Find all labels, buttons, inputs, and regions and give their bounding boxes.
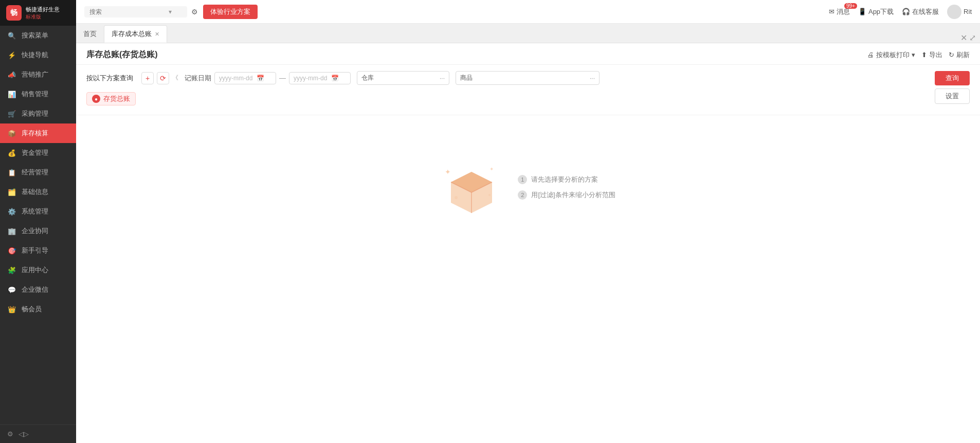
- empty-state-content: ✦ ✦ 1 请先选择要分析的方案 2 用[过滤]条件来缩小分析范围: [441, 156, 615, 218]
- sidebar-label-inventory: 库存核算: [22, 129, 48, 138]
- audio-icon[interactable]: ◁▷: [19, 430, 29, 438]
- sidebar-item-sales[interactable]: 📊 销售管理: [0, 84, 76, 104]
- goods-select[interactable]: 商品 ···: [456, 71, 600, 85]
- filter-row: 按以下方案查询 + ⟳ 《 记账日期 yyyy-mm-dd 📅 — yyyy-m…: [86, 71, 970, 85]
- sidebar-item-system[interactable]: ⚙️ 系统管理: [0, 202, 76, 221]
- sidebar-item-search[interactable]: 🔍 搜索菜单: [0, 26, 76, 45]
- home-tab-label: 首页: [83, 29, 97, 39]
- sidebar-item-member[interactable]: 👑 畅会员: [0, 299, 76, 319]
- svg-text:✦: ✦: [445, 168, 451, 176]
- resize-panel-btn[interactable]: ⤢: [969, 33, 976, 43]
- sidebar-label-search: 搜索菜单: [22, 31, 48, 40]
- date-label: 记账日期: [185, 74, 211, 83]
- sidebar-item-marketing[interactable]: 📣 营销推广: [0, 65, 76, 84]
- tip-text-1: 请先选择要分析的方案: [531, 175, 598, 184]
- topbar-left: ▾ ⚙ 体验行业方案: [84, 5, 829, 19]
- svg-text:✦: ✦: [489, 166, 494, 172]
- topbar: ▾ ⚙ 体验行业方案 ✉ 消息 99+ 📱 App下载 🎧 在线客服 Rit: [76, 0, 980, 24]
- sidebar: 畅 畅捷通好生意 标准版 🔍 搜索菜单 ⚡ 快捷导航 📣 营销推广 📊 销售管理…: [0, 0, 76, 443]
- sidebar-item-wechat[interactable]: 💬 企业微信: [0, 280, 76, 299]
- username: Rit: [964, 8, 972, 15]
- sidebar-item-shortcut[interactable]: ⚡ 快捷导航: [0, 45, 76, 65]
- goods-label: 商品: [460, 74, 473, 82]
- warehouse-more-icon[interactable]: ···: [440, 75, 445, 82]
- sidebar-label-purchase: 采购管理: [22, 109, 48, 118]
- page-header-actions: 🖨 按模板打印 ▾ ⬆ 导出 ↻ 刷新: [867, 50, 970, 60]
- filter-label: 按以下方案查询: [86, 74, 133, 83]
- sidebar-icon-member: 👑: [7, 305, 16, 314]
- filter-add-btn[interactable]: +: [141, 72, 154, 84]
- sidebar-item-operation[interactable]: 📋 经营管理: [0, 163, 76, 182]
- sidebar-item-purchase[interactable]: 🛒 采购管理: [0, 104, 76, 123]
- sidebar-icon-finance: 💰: [7, 148, 16, 157]
- sidebar-icon-sales: 📊: [7, 90, 16, 99]
- close-panel-btn[interactable]: ✕: [960, 33, 967, 43]
- topbar-gear-icon[interactable]: ⚙: [191, 8, 198, 16]
- print-template-btn[interactable]: 🖨 按模板打印 ▾: [867, 50, 915, 60]
- sidebar-footer: ⚙ ◁▷: [0, 424, 76, 443]
- goods-more-icon[interactable]: ···: [590, 75, 595, 82]
- filter-collapse-btn[interactable]: 《: [172, 74, 178, 82]
- user-avatar-btn[interactable]: Rit: [947, 5, 972, 19]
- sidebar-icon-purchase: 🛒: [7, 109, 16, 118]
- sidebar-label-marketing: 营销推广: [22, 70, 48, 79]
- tab-close-icon[interactable]: ✕: [155, 31, 159, 38]
- sidebar-icon-marketing: 📣: [7, 70, 16, 79]
- industry-btn[interactable]: 体验行业方案: [203, 5, 258, 19]
- tab-inventory-cost[interactable]: 库存成本总账 ✕: [104, 25, 167, 43]
- refresh-btn[interactable]: ↻ 刷新: [949, 50, 970, 60]
- sidebar-icon-system: ⚙️: [7, 207, 16, 216]
- filter-refresh-btn[interactable]: ⟳: [157, 72, 169, 84]
- tip-num-2: 2: [518, 190, 527, 200]
- search-box[interactable]: ▾: [84, 6, 187, 17]
- sidebar-label-wechat: 企业微信: [22, 285, 48, 294]
- inventory-cost-tab-label: 库存成本总账: [112, 29, 152, 39]
- topbar-right: ✉ 消息 99+ 📱 App下载 🎧 在线客服 Rit: [829, 5, 972, 19]
- app-download-btn[interactable]: 📱 App下载: [858, 7, 894, 16]
- logo-text: 畅捷通好生意 标准版: [26, 6, 60, 20]
- sidebar-item-basic[interactable]: 🗂️ 基础信息: [0, 182, 76, 202]
- date-end-input[interactable]: yyyy-mm-dd 📅: [289, 72, 351, 84]
- date-end-calendar-icon[interactable]: 📅: [331, 75, 339, 82]
- date-start-calendar-icon[interactable]: 📅: [257, 75, 264, 82]
- sidebar-label-basic: 基础信息: [22, 187, 48, 197]
- online-service-btn[interactable]: 🎧 在线客服: [902, 7, 939, 16]
- sidebar-icon-inventory: 📦: [7, 129, 16, 138]
- filter-actions: + ⟳ 《: [141, 72, 178, 84]
- message-btn[interactable]: ✉ 消息 99+: [829, 7, 850, 16]
- sidebar-menu: 🔍 搜索菜单 ⚡ 快捷导航 📣 营销推广 📊 销售管理 🛒 采购管理 📦 库存核…: [0, 26, 76, 424]
- scheme-tag[interactable]: ● 存货总账: [86, 92, 136, 105]
- print-icon: 🖨: [867, 51, 874, 59]
- tab-home[interactable]: 首页: [76, 25, 104, 43]
- sidebar-item-apps[interactable]: 🧩 应用中心: [0, 260, 76, 280]
- logo-icon: 畅: [6, 5, 22, 21]
- search-input[interactable]: [89, 8, 167, 15]
- empty-illustration: ✦ ✦: [441, 156, 502, 218]
- sidebar-item-enterprise[interactable]: 🏢 企业协同: [0, 221, 76, 241]
- warehouse-label: 仓库: [361, 74, 374, 82]
- sidebar-item-finance[interactable]: 💰 资金管理: [0, 143, 76, 163]
- sidebar-label-enterprise: 企业协同: [22, 226, 48, 236]
- settings-icon[interactable]: ⚙: [7, 430, 13, 438]
- tip-num-1: 1: [518, 175, 527, 184]
- sidebar-label-shortcut: 快捷导航: [22, 50, 48, 60]
- filter-area: 按以下方案查询 + ⟳ 《 记账日期 yyyy-mm-dd 📅 — yyyy-m…: [76, 65, 980, 115]
- date-start-input[interactable]: yyyy-mm-dd 📅: [214, 72, 276, 84]
- export-btn[interactable]: ⬆ 导出: [921, 50, 942, 60]
- search-dropdown-icon[interactable]: ▾: [169, 8, 172, 15]
- page-title: 库存总账(存货总账): [86, 49, 158, 60]
- sidebar-item-inventory[interactable]: 📦 库存核算: [0, 123, 76, 143]
- sidebar-icon-search: 🔍: [7, 31, 16, 40]
- settings-btn[interactable]: 设置: [935, 88, 970, 104]
- warehouse-select[interactable]: 仓库 ···: [357, 71, 449, 85]
- svg-point-8: [488, 194, 491, 196]
- sidebar-icon-apps: 🧩: [7, 265, 16, 275]
- sidebar-item-newbie[interactable]: 🎯 新手引导: [0, 241, 76, 260]
- scheme-label: 存货总账: [103, 94, 130, 103]
- query-btn[interactable]: 查询: [935, 71, 970, 85]
- tip-text-2: 用[过滤]条件来缩小分析范围: [531, 190, 615, 200]
- sidebar-logo: 畅 畅捷通好生意 标准版: [0, 0, 76, 26]
- sidebar-label-operation: 经营管理: [22, 168, 48, 177]
- empty-tip-1: 1 请先选择要分析的方案: [518, 175, 615, 184]
- print-dropdown-icon[interactable]: ▾: [912, 51, 915, 59]
